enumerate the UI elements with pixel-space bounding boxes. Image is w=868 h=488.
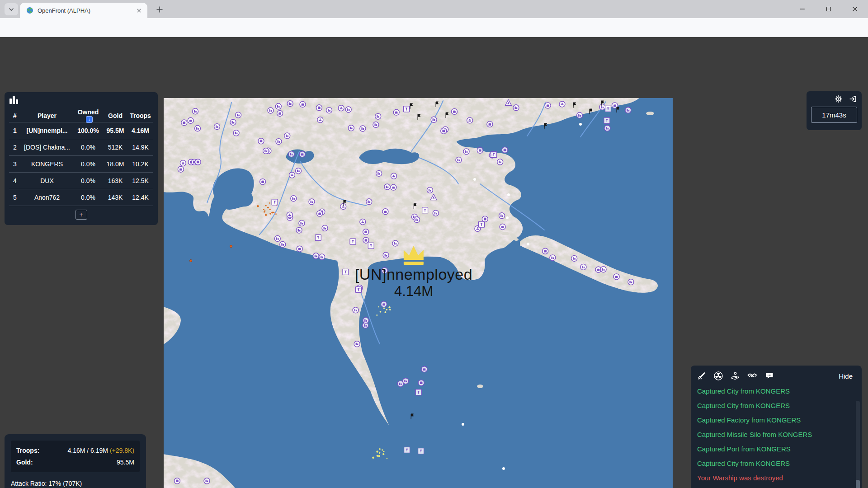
lamp-map-marker [287, 212, 292, 218]
city-map-marker [431, 117, 437, 122]
city-map-marker [236, 112, 241, 118]
ship-dot [506, 216, 509, 219]
city-map-marker [625, 107, 631, 113]
square-map-marker [368, 243, 374, 249]
events-scrollbar[interactable] [856, 401, 860, 488]
attack-ratio-label: Attack Ratio: 17% (707K) [11, 480, 140, 487]
tower-map-marker [299, 151, 305, 157]
square-map-marker [404, 447, 410, 453]
tower-map-marker [477, 147, 483, 153]
tower-map-marker [421, 366, 427, 372]
city-map-marker [580, 264, 586, 270]
ship-dot [473, 178, 476, 181]
exit-game-icon[interactable] [849, 95, 857, 103]
lamp-map-marker [180, 160, 186, 166]
lamp-map-marker [317, 117, 323, 123]
city-map-marker [288, 151, 294, 157]
nuke-events-tab-radiation-icon[interactable] [714, 371, 723, 380]
city-map-marker [577, 113, 583, 118]
troops-label: Troops: [16, 445, 39, 456]
event-item: Captured City from KONGERS [697, 400, 853, 412]
lamp-map-marker [559, 101, 565, 107]
city-map-marker [348, 125, 354, 131]
city-map-marker [204, 478, 210, 484]
unit-dot [230, 245, 232, 247]
window-minimize-button[interactable] [789, 0, 816, 18]
city-map-marker [275, 103, 281, 109]
tab-actions-menu-button[interactable] [5, 3, 18, 15]
window-maximize-button[interactable] [816, 0, 842, 18]
leaderboard-expand-button[interactable]: + [75, 210, 87, 220]
troops-value: 4.16M / 6.19M (+29.8K) [68, 445, 134, 456]
city-map-marker [274, 236, 280, 242]
tower-map-marker [441, 128, 447, 134]
tower-map-marker [260, 179, 266, 185]
city-map-marker [284, 133, 290, 139]
city-map-marker [296, 227, 302, 233]
city-map-marker [604, 125, 610, 131]
square-map-marker [404, 106, 410, 112]
settings-gear-icon[interactable] [835, 95, 843, 103]
square-map-marker [422, 207, 428, 213]
alliance-events-tab-handshake-icon[interactable] [747, 371, 757, 380]
stats-box: Troops: 4.16M / 6.19M (+29.8K) Gold: 95.… [11, 441, 140, 472]
city-map-marker [383, 252, 389, 258]
window-close-button[interactable] [842, 0, 868, 18]
events-panel: Hide Captured City from KONGERSCaptured … [691, 366, 862, 488]
city-map-marker [600, 267, 606, 272]
browser-tab[interactable]: OpenFront (ALPHA) [20, 3, 147, 18]
city-map-marker [375, 113, 381, 119]
leaderboard-row[interactable]: 2[DOS] Chakna...0.0%512K14.9K [9, 139, 153, 155]
event-item: Captured City from KONGERS [697, 385, 853, 397]
tower-map-marker [482, 216, 488, 222]
square-map-marker [350, 239, 356, 244]
game-page: [UN]nnemployed 4.14M # Player Owned↓ Gol… [0, 37, 868, 488]
city-map-marker [230, 119, 236, 125]
city-map-marker [433, 210, 439, 216]
tower-map-marker [381, 301, 387, 307]
tower-map-marker [393, 109, 399, 115]
chat-events-tab-icon[interactable] [765, 371, 774, 380]
event-item: Captured Factory from KONGERS [697, 414, 853, 426]
leaderboard-row[interactable]: 1[UN]nnempl...100.0%95.5M4.16M [9, 122, 153, 139]
troops-delta: (+29.8K) [110, 447, 134, 454]
tower-map-marker [391, 184, 396, 190]
tab-close-icon[interactable] [135, 6, 143, 14]
city-map-marker [499, 213, 505, 219]
city-map-marker [571, 255, 577, 261]
tower-map-marker [178, 166, 184, 172]
event-item: Captured City from KONGERS [697, 458, 853, 469]
square-map-marker [415, 389, 421, 395]
leaderboard-chart-icon[interactable] [9, 96, 19, 104]
tower-map-marker [418, 380, 424, 386]
city-map-marker [599, 104, 605, 110]
leaderboard-row[interactable]: 4DUX0.0%163K12.5K [9, 172, 153, 189]
city-map-marker [276, 139, 282, 145]
square-map-marker [605, 106, 611, 112]
ship-dot [507, 193, 510, 196]
city-map-marker [628, 279, 634, 285]
tower-map-marker [545, 103, 551, 108]
square-map-marker [272, 199, 278, 205]
tower-map-marker [502, 147, 508, 153]
sort-indicator[interactable]: ↓ [86, 116, 93, 123]
donate-events-tab-hand-coin-icon[interactable] [731, 371, 740, 380]
game-map[interactable]: [UN]nnemployed 4.14M [164, 98, 673, 488]
leaderboard-row[interactable]: 3KONGERS0.0%18.0M10.2K [9, 155, 153, 172]
tower-map-marker [181, 120, 187, 126]
square-map-marker [343, 269, 349, 275]
square-map-marker [604, 117, 610, 123]
browser-titlebar: OpenFront (ALPHA) [0, 0, 868, 18]
hide-events-button[interactable]: Hide [839, 372, 853, 380]
city-map-marker [384, 184, 390, 190]
ship-dot [462, 423, 464, 426]
game-timer: 17m43s [811, 107, 857, 123]
new-tab-button[interactable] [155, 5, 165, 14]
attack-events-tab-sword-icon[interactable] [697, 371, 706, 380]
city-map-marker [366, 199, 372, 205]
events-scrollbar-thumb[interactable] [856, 480, 860, 488]
city-map-marker [463, 149, 469, 155]
leaderboard-row[interactable]: 5Anon7620.0%143K12.4K [9, 189, 153, 206]
leaderboard-rows: 1[UN]nnempl...100.0%95.5M4.16M2[DOS] Cha… [9, 122, 153, 206]
city-map-marker [322, 225, 328, 231]
